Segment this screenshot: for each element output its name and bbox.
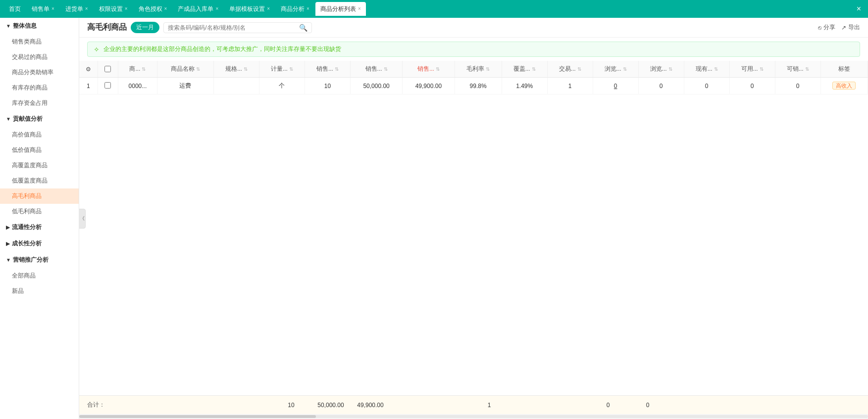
sort-icon-gross-margin[interactable]: ⇅ <box>486 66 490 72</box>
close-role-tab[interactable]: × <box>164 6 167 11</box>
export-button[interactable]: ↗ 导出 <box>841 23 860 32</box>
row-checkbox[interactable] <box>104 82 111 89</box>
sidebar-group-marketing[interactable]: ▼ 营销推广分析 <box>0 252 79 268</box>
sidebar-group-contribution[interactable]: ▼ 贡献值分析 <box>0 111 79 127</box>
sidebar-item-high-value[interactable]: 高价值商品 <box>0 127 79 142</box>
col-index: ⚙ <box>79 61 98 78</box>
settings-icon[interactable]: ⚙ <box>86 66 91 73</box>
sidebar-item-stock-goods[interactable]: 有库存的商品 <box>0 80 79 95</box>
search-box: 🔍 <box>163 22 312 33</box>
page-title: 高毛利商品 <box>87 22 127 33</box>
sort-icon-spec[interactable]: ⇅ <box>244 66 248 72</box>
sidebar-group-circulation[interactable]: ▶ 流通性分析 <box>0 219 79 235</box>
sidebar-item-low-value[interactable]: 低价值商品 <box>0 142 79 158</box>
cell-saleable-stock: 0 <box>775 78 820 94</box>
sort-icon-sales-qty[interactable]: ⇅ <box>335 66 339 72</box>
cell-browse1[interactable]: 0 <box>593 78 638 94</box>
cell-spec <box>213 78 259 94</box>
chevron-right-icon: ▶ <box>6 225 10 230</box>
footer-sales-qty: 10 <box>271 402 311 409</box>
sort-icon-trade-count[interactable]: ⇅ <box>577 66 581 72</box>
scrollbar-track <box>79 415 868 418</box>
close-analysis-tab[interactable]: × <box>306 6 309 11</box>
sort-icon-available-stock[interactable]: ⇅ <box>760 66 764 72</box>
sidebar-collapse-button[interactable]: 《 <box>79 209 86 229</box>
cell-code[interactable]: 0000... <box>118 78 157 94</box>
sort-icon-current-stock[interactable]: ⇅ <box>714 66 718 72</box>
col-browse1: 浏览... ⇅ <box>593 61 638 78</box>
close-permission-tab[interactable]: × <box>125 6 128 11</box>
footer-sales-cost: 49,900.00 <box>351 402 390 409</box>
sidebar-item-low-margin[interactable]: 低毛利商品 <box>0 204 79 219</box>
cell-coverage: 1.49% <box>502 78 547 94</box>
cell-gross-margin: 99.8% <box>455 78 502 94</box>
cell-browse2: 0 <box>638 78 684 94</box>
chevron-down-icon-2: ▼ <box>6 116 11 122</box>
search-icon[interactable]: 🔍 <box>299 24 307 32</box>
tab-template[interactable]: 单据模板设置 × <box>224 2 275 16</box>
sort-icon-browse1[interactable]: ⇅ <box>623 66 627 72</box>
sort-icon-browse2[interactable]: ⇅ <box>668 66 672 72</box>
tab-analysis-list[interactable]: 商品分析列表 × <box>315 2 366 16</box>
col-trade-count: 交易... ⇅ <box>547 61 593 78</box>
sidebar: ▼ 整体信息 销售类商品 交易过的商品 商品分类助销率 有库存的商品 库存资金占… <box>0 18 79 419</box>
sidebar-group-growth[interactable]: ▶ 成长性分析 <box>0 235 79 252</box>
tab-sales[interactable]: 销售单 × <box>27 2 59 16</box>
top-navigation: 首页 销售单 × 进货单 × 权限设置 × 角色授权 × 产成品入库单 × 单据… <box>0 0 868 18</box>
cell-sales-cost: 49,900.00 <box>403 78 455 94</box>
close-product-in-tab[interactable]: × <box>215 6 218 11</box>
col-code: 商... ⇅ <box>118 61 157 78</box>
sidebar-item-low-coverage[interactable]: 低覆盖度商品 <box>0 173 79 188</box>
tab-role[interactable]: 角色授权 × <box>134 2 172 16</box>
table-footer: 合计： 10 50,000.00 49,900.00 1 0 0 <box>79 395 868 414</box>
close-sales-tab[interactable]: × <box>51 6 54 11</box>
tab-purchase[interactable]: 进货单 × <box>60 2 93 16</box>
col-checkbox <box>98 61 118 78</box>
col-sales-amount: 销售... ⇅ <box>350 61 402 78</box>
footer-label: 合计： <box>87 401 105 409</box>
browse1-link[interactable]: 0 <box>614 83 617 90</box>
cell-sales-amount: 50,000.00 <box>350 78 402 94</box>
sidebar-item-high-coverage[interactable]: 高覆盖度商品 <box>0 158 79 173</box>
sidebar-item-new-goods[interactable]: 新品 <box>0 283 79 299</box>
col-browse2: 浏览... ⇅ <box>638 61 684 78</box>
filter-recent-month-button[interactable]: 近一月 <box>131 22 159 33</box>
scrollbar-thumb[interactable] <box>79 415 316 418</box>
data-table: ⚙ 商... ⇅ <box>79 61 868 94</box>
tab-product-in[interactable]: 产成品入库单 × <box>173 2 223 16</box>
select-all-checkbox[interactable] <box>104 66 111 72</box>
tag-high-income: 高收入 <box>832 82 856 90</box>
sort-icon-sales-cost[interactable]: ⇅ <box>436 66 440 72</box>
sort-icon-sales-amount[interactable]: ⇅ <box>384 66 388 72</box>
tip-icon: ✧ <box>94 46 100 53</box>
window-close-button[interactable]: × <box>854 3 864 14</box>
close-analysis-list-tab[interactable]: × <box>358 6 361 11</box>
sidebar-group-overall[interactable]: ▼ 整体信息 <box>0 18 79 34</box>
sort-icon-saleable-stock[interactable]: ⇅ <box>805 66 809 72</box>
col-unit: 计量... ⇅ <box>259 61 305 78</box>
col-spec: 规格... ⇅ <box>213 61 259 78</box>
tab-home[interactable]: 首页 <box>4 2 26 16</box>
sidebar-item-all-goods[interactable]: 全部商品 <box>0 268 79 283</box>
chevron-down-icon: ▼ <box>6 23 11 29</box>
header-actions: ⎋ 分享 ↗ 导出 <box>818 23 860 32</box>
col-name: 商品名称 ⇅ <box>157 61 213 78</box>
sidebar-item-high-margin[interactable]: 高毛利商品 <box>0 188 79 204</box>
close-purchase-tab[interactable]: × <box>85 6 88 11</box>
sidebar-item-traded-goods[interactable]: 交易过的商品 <box>0 49 79 65</box>
search-input[interactable] <box>168 24 299 31</box>
table-container[interactable]: ⚙ 商... ⇅ <box>79 61 868 395</box>
sort-icon-code[interactable]: ⇅ <box>142 66 146 72</box>
tab-permission[interactable]: 权限设置 × <box>94 2 133 16</box>
sidebar-item-sales-goods[interactable]: 销售类商品 <box>0 34 79 49</box>
tab-analysis[interactable]: 商品分析 × <box>276 2 314 16</box>
content-header: 高毛利商品 近一月 🔍 ⎋ 分享 ↗ 导出 <box>79 18 868 38</box>
share-button[interactable]: ⎋ 分享 <box>818 23 835 32</box>
sort-icon-name[interactable]: ⇅ <box>196 66 200 72</box>
sort-icon-coverage[interactable]: ⇅ <box>532 66 536 72</box>
sidebar-item-stock-capital[interactable]: 库存资金占用 <box>0 95 79 111</box>
sidebar-item-category-rate[interactable]: 商品分类助销率 <box>0 65 79 80</box>
close-template-tab[interactable]: × <box>267 6 270 11</box>
sort-icon-unit[interactable]: ⇅ <box>289 66 293 72</box>
bottom-scrollbar[interactable] <box>79 414 868 419</box>
